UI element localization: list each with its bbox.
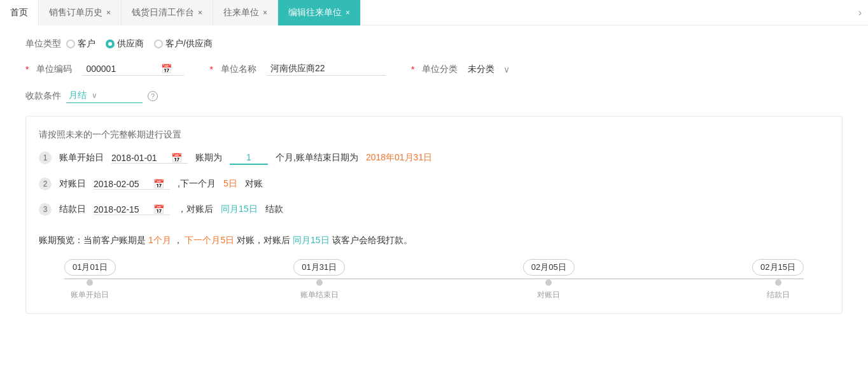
unit-code-input[interactable]	[82, 62, 158, 75]
step-1-date-input: 📅	[111, 153, 188, 164]
radio-both-label: 客户/供应商	[165, 38, 213, 50]
step-1-period-end: 2018年01月31日	[366, 152, 432, 164]
unit-category-group: * 单位分类 未分类 ∨	[411, 64, 510, 75]
payment-terms-row: 收款条件 月结 ∨ ?	[25, 88, 843, 103]
step-1-period-input[interactable]	[230, 151, 268, 165]
step-2-date-input: 📅	[94, 179, 170, 190]
timeline-pill-1: 01月01日	[64, 259, 116, 276]
tabs-bar: 首页 销售订单历史 × 钱货日清工作台 × 往来单位 × 编辑往来单位 × ›	[0, 0, 868, 25]
payment-terms-select[interactable]: 月结 ∨	[66, 88, 143, 103]
radio-both[interactable]: 客户/供应商	[154, 38, 213, 50]
radio-customer[interactable]: 客户	[66, 38, 95, 50]
timeline-dot-1	[87, 279, 93, 286]
tab-partner-unit-label: 往来单位	[223, 7, 259, 18]
tab-edit-partner-label: 编辑往来单位	[288, 7, 342, 18]
step-1-calendar-icon[interactable]: 📅	[169, 153, 185, 163]
unit-type-radio-group: 客户 供应商 客户/供应商	[66, 38, 213, 50]
unit-name-label: 单位名称	[221, 64, 256, 75]
unit-name-required: *	[209, 64, 213, 74]
unit-code-required: *	[25, 64, 29, 74]
unit-name-group: * 单位名称	[209, 62, 385, 76]
step-2-label: 对账日	[59, 178, 86, 190]
step-1-num: 1	[39, 151, 52, 164]
main-content: 单位类型 客户 供应商 客户/供应商 * 单位编码 📅	[0, 25, 868, 387]
unit-code-input-wrapper: 📅	[82, 62, 184, 76]
step-2-date-field[interactable]	[94, 179, 151, 189]
unit-type-label: 单位类型	[25, 38, 61, 50]
timeline-pill-2: 01月31日	[293, 259, 345, 276]
tab-partner-unit-close[interactable]: ×	[263, 8, 267, 17]
tab-partner-unit[interactable]: 往来单位 ×	[213, 0, 278, 25]
timeline-dot-4	[775, 279, 781, 286]
timeline-label-3: 对账日	[537, 290, 560, 300]
step-3-date-input: 📅	[94, 204, 170, 215]
timeline-node-1: 01月01日 账单开始日	[64, 259, 116, 300]
unit-code-group: * 单位编码 📅	[25, 62, 184, 76]
step-2-num: 2	[39, 178, 52, 190]
preview-part3: 同月15日	[293, 235, 330, 245]
section-hint: 请按照未来的一个完整帐期进行设置	[39, 129, 829, 141]
unit-name-input[interactable]	[267, 62, 386, 76]
timeline-label-2: 账单结束日	[300, 290, 339, 300]
step-3-desc-highlight: 同月15日	[221, 204, 258, 215]
preview-comma1: ，	[174, 235, 183, 245]
step-2-row: 2 对账日 📅 ,下一个月 5日 对账	[39, 178, 829, 190]
timeline-pill-3: 02月05日	[523, 259, 575, 276]
step-2-desc-highlight: 5日	[223, 178, 237, 190]
tab-cash-work[interactable]: 钱货日清工作台 ×	[122, 0, 213, 25]
unit-code-icon[interactable]: 📅	[158, 64, 174, 74]
preview-part1: 1个月	[148, 235, 171, 245]
tab-home-label: 首页	[10, 7, 28, 18]
preview-prefix: 账期预览：当前客户账期是	[39, 235, 146, 245]
radio-customer-label: 客户	[78, 38, 95, 50]
unit-category-label: 单位分类	[422, 64, 458, 75]
tab-sales-history[interactable]: 销售订单历史 ×	[39, 0, 122, 25]
tab-edit-partner-close[interactable]: ×	[346, 8, 350, 17]
step-1-label: 账单开始日	[59, 152, 104, 164]
timeline-pill-4: 02月15日	[752, 259, 804, 276]
step-2-calendar-icon[interactable]: 📅	[151, 179, 167, 189]
radio-both-circle	[154, 39, 163, 48]
payment-terms-arrow: ∨	[92, 91, 97, 100]
radio-supplier-label: 供应商	[117, 38, 144, 50]
step-1-row: 1 账单开始日 📅 账期为 个月,账单结束日期为 2018年01月31日	[39, 151, 829, 165]
step-3-num: 3	[39, 203, 52, 216]
step-1-date-field[interactable]	[111, 153, 169, 163]
timeline-label-1: 账单开始日	[71, 290, 109, 300]
timeline-node-3: 02月05日 对账日	[523, 259, 575, 300]
payment-terms-help[interactable]: ?	[148, 91, 158, 101]
tab-edit-partner[interactable]: 编辑往来单位 ×	[278, 0, 361, 25]
unit-type-row: 单位类型 客户 供应商 客户/供应商	[25, 38, 843, 50]
preview-suffix: 该客户会给我打款。	[332, 235, 412, 245]
timeline-label-4: 结款日	[767, 290, 790, 300]
preview-part2: 下一个月5日	[185, 235, 234, 245]
step-1-period-label: 账期为	[195, 152, 222, 164]
tabs-scroll-arrow[interactable]: ›	[852, 7, 868, 18]
timeline-dot-3	[545, 279, 552, 286]
timeline-line	[64, 278, 804, 279]
preview-text: 账期预览：当前客户账期是 1个月 ， 下一个月5日 对账，对账后 同月15日 该…	[39, 229, 829, 246]
step-3-date-field[interactable]	[94, 204, 151, 215]
unit-category-required: *	[411, 64, 414, 74]
timeline-nodes: 01月01日 账单开始日 01月31日 账单结束日 02月05日 对账日 02月…	[39, 259, 829, 300]
unit-category-dropdown[interactable]: ∨	[503, 64, 510, 74]
step-2-desc-post: 对账	[245, 178, 263, 190]
tab-cash-work-label: 钱货日清工作台	[132, 7, 194, 18]
step-3-calendar-icon[interactable]: 📅	[151, 204, 167, 215]
tab-sales-history-label: 销售订单历史	[49, 7, 102, 18]
step-3-desc-pre: ，对账后	[178, 204, 213, 215]
unit-code-label: 单位编码	[36, 64, 72, 75]
tab-cash-work-close[interactable]: ×	[198, 8, 202, 17]
timeline-node-2: 01月31日 账单结束日	[293, 259, 345, 300]
radio-supplier[interactable]: 供应商	[106, 38, 144, 50]
timeline-dot-2	[316, 279, 323, 286]
tab-home[interactable]: 首页	[0, 0, 39, 25]
step-3-label: 结款日	[59, 204, 86, 215]
preview-middle: 对账，对账后	[237, 235, 290, 245]
radio-supplier-circle	[106, 39, 115, 48]
tab-sales-history-close[interactable]: ×	[106, 8, 111, 17]
radio-customer-circle	[66, 39, 75, 48]
settings-section: 请按照未来的一个完整帐期进行设置 1 账单开始日 📅 账期为 个月,账单结束日期…	[25, 116, 843, 314]
timeline: 01月01日 账单开始日 01月31日 账单结束日 02月05日 对账日 02月…	[39, 259, 829, 300]
timeline-node-4: 02月15日 结款日	[752, 259, 804, 300]
